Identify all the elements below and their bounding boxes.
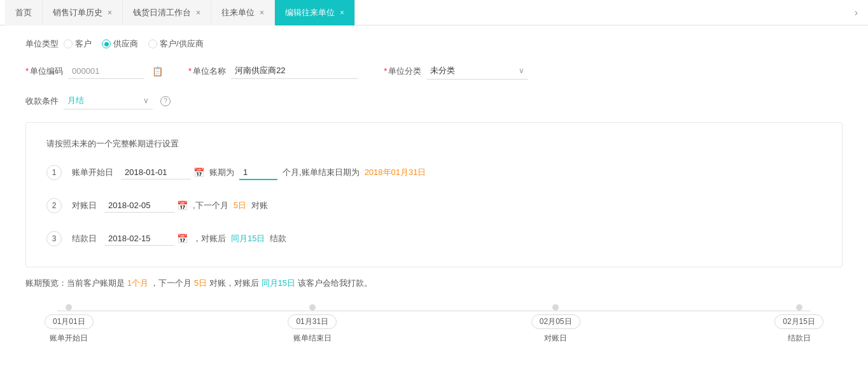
- tl-label-4: 结款日: [788, 333, 811, 344]
- period-row-2: 2 对账日 📅 ,下一个月 5日 对账: [46, 198, 822, 213]
- period-row-1: 1 账单开始日 📅 账期为 个月,账单结束日期为 2018年01月31日: [46, 165, 822, 180]
- tl-badge-3: 02月05日: [531, 314, 580, 329]
- unit-type-label: 单位类型: [25, 38, 59, 50]
- period-for-label: 账期为: [209, 167, 234, 178]
- preview-settlement-day: 同月15日: [262, 278, 295, 288]
- tl-dot-1: [66, 304, 72, 311]
- tl-label-1: 账单开始日: [50, 333, 88, 344]
- close-tab-sales[interactable]: ×: [108, 8, 112, 17]
- reconcile-date-input[interactable]: [104, 199, 174, 213]
- unit-category-select[interactable]: 未分类 ∨: [426, 62, 528, 80]
- close-tab-workbench[interactable]: ×: [196, 8, 200, 17]
- payment-row: 收款条件 月结 ∨ ?: [25, 92, 843, 109]
- tl-point-2: 01月31日 账单结束日: [288, 304, 337, 344]
- copy-icon[interactable]: 📋: [152, 66, 163, 76]
- tl-point-1: 01月01日 账单开始日: [45, 304, 94, 344]
- period-label-3: 结款日: [72, 233, 97, 244]
- unit-info-row: *单位编码 📋 *单位名称 *单位分类 未分类 ∨: [25, 62, 843, 80]
- unit-code-field: *单位编码 📋: [25, 64, 163, 79]
- tab-home[interactable]: 首页: [5, 0, 43, 25]
- tab-arrow[interactable]: ›: [850, 7, 863, 18]
- tab-partner[interactable]: 往来单位 ×: [211, 0, 275, 25]
- period-num-2: 2: [46, 198, 62, 213]
- radio-circle-both: [148, 39, 157, 48]
- preview-period: 1个月: [127, 278, 148, 288]
- period-month-suffix: 个月,账单结束日期为: [283, 167, 360, 178]
- period-num-3: 3: [46, 231, 62, 246]
- tl-label-2: 账单结束日: [293, 333, 332, 344]
- calendar-icon-2[interactable]: 📅: [177, 201, 188, 211]
- unit-category-field: *单位分类 未分类 ∨: [384, 62, 528, 80]
- unit-category-label: *单位分类: [384, 66, 421, 77]
- payment-label: 收款条件: [25, 95, 59, 107]
- preview-text: 账期预览：当前客户账期是 1个月 ，下一个月 5日 对账，对账后 同月15日 该…: [25, 278, 843, 289]
- period-label-2: 对账日: [72, 200, 97, 211]
- payment-field: 收款条件 月结 ∨ ?: [25, 92, 171, 109]
- tl-label-3: 对账日: [544, 333, 567, 344]
- tl-dot-2: [309, 304, 316, 311]
- period-month-input[interactable]: [239, 165, 277, 180]
- unit-name-input[interactable]: [231, 64, 358, 79]
- close-tab-edit-partner[interactable]: ×: [340, 8, 344, 17]
- tl-point-3: 02月05日 对账日: [531, 304, 580, 344]
- radio-group-unit-type: 客户 供应商 客户/供应商: [64, 38, 204, 50]
- period-settings-card: 请按照未来的一个完整帐期进行设置 1 账单开始日 📅 账期为 个月,账单结束日期…: [25, 122, 843, 267]
- period-end-date: 2018年01月31日: [365, 167, 426, 178]
- radio-circle-supplier: [102, 39, 111, 48]
- settlement-date-input[interactable]: [104, 232, 174, 246]
- card-title: 请按照未来的一个完整帐期进行设置: [46, 138, 822, 150]
- unit-code-input[interactable]: [68, 64, 144, 79]
- radio-supplier[interactable]: 供应商: [102, 38, 138, 50]
- preview-reconcile-day: 5日: [194, 278, 207, 288]
- close-tab-partner[interactable]: ×: [260, 8, 264, 17]
- unit-type-row: 单位类型 客户 供应商 客户/供应商: [25, 38, 843, 50]
- tl-dot-4: [796, 304, 802, 311]
- tab-workbench[interactable]: 钱货日清工作台 ×: [123, 0, 211, 25]
- tl-badge-2: 01月31日: [288, 314, 337, 329]
- calendar-icon-1[interactable]: 📅: [193, 167, 204, 178]
- period-label-1: 账单开始日: [72, 167, 113, 178]
- payment-select[interactable]: 月结 ∨: [64, 92, 153, 109]
- tl-dot-3: [552, 304, 559, 311]
- reconcile-day: 5日: [234, 200, 246, 211]
- reconcile-suffix: 对账: [251, 200, 268, 211]
- radio-both[interactable]: 客户/供应商: [148, 38, 204, 50]
- timeline-points: 01月01日 账单开始日 01月31日 账单结束日 02月05日 对账日 02月…: [45, 304, 823, 344]
- calendar-icon-3[interactable]: 📅: [177, 234, 188, 244]
- tl-point-4: 02月15日 结款日: [774, 304, 823, 344]
- settlement-suffix: 结款: [270, 233, 286, 244]
- tab-edit-partner[interactable]: 编辑往来单位 ×: [275, 0, 355, 25]
- unit-code-label: *单位编码: [25, 66, 63, 77]
- unit-name-label: *单位名称: [188, 66, 226, 77]
- reconcile-prefix: ,下一个月: [193, 200, 228, 211]
- tl-badge-1: 01月01日: [45, 314, 94, 329]
- timeline: 01月01日 账单开始日 01月31日 账单结束日 02月05日 对账日 02月…: [38, 304, 830, 344]
- radio-customer[interactable]: 客户: [64, 38, 92, 50]
- tabs-bar: 首页 销售订单历史 × 钱货日清工作台 × 往来单位 × 编辑往来单位 × ›: [0, 0, 868, 25]
- main-content: 单位类型 客户 供应商 客户/供应商 *单位编码: [0, 25, 868, 387]
- period-row-3: 3 结款日 📅 ，对账后 同月15日 结款: [46, 231, 822, 246]
- start-date-input[interactable]: [121, 165, 191, 179]
- chevron-down-icon-payment: ∨: [143, 96, 149, 105]
- tab-sales[interactable]: 销售订单历史 ×: [43, 0, 123, 25]
- radio-circle-customer: [64, 39, 73, 48]
- unit-name-field: *单位名称: [188, 64, 358, 79]
- period-num-1: 1: [46, 165, 62, 180]
- tl-badge-4: 02月15日: [774, 314, 823, 329]
- unit-type-field: 单位类型 客户 供应商 客户/供应商: [25, 38, 204, 50]
- settlement-prefix: ，对账后: [193, 233, 226, 244]
- settlement-day: 同月15日: [231, 233, 265, 244]
- chevron-down-icon: ∨: [519, 66, 524, 75]
- help-icon[interactable]: ?: [160, 96, 171, 106]
